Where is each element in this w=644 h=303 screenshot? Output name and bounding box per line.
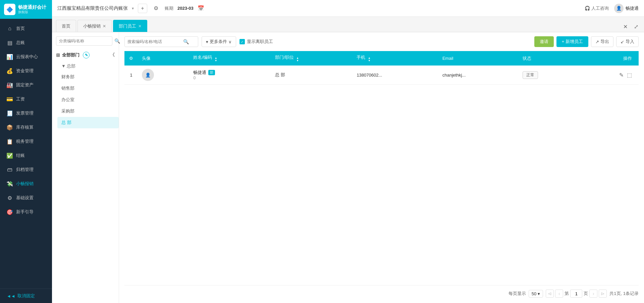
sidebar-item-guide[interactable]: 🎯 新手引导 [0,205,52,219]
close-panel-btn[interactable]: ✕ [621,23,629,31]
export-icon: ↗ [595,39,599,44]
tab-expense[interactable]: 小畅报销 ✕ [77,20,112,32]
import-button[interactable]: ↙ 导入 [616,36,639,47]
dept-sort-icon[interactable]: ▲▼ [296,57,299,62]
delete-employee-icon[interactable]: ⬚ [627,72,632,78]
filter-btn[interactable]: ▾ 更多条件 ∨ [202,36,236,47]
col-name-code[interactable]: 姓名/编码 ▲▼ [189,51,271,66]
avatar: 👤 [142,69,154,81]
dept-item-sales[interactable]: 销售部 [57,83,119,94]
reports-icon: 📊 [7,54,13,60]
first-page-btn[interactable]: ⊲ [546,290,554,298]
col-mobile[interactable]: 手机 ▲▼ [353,51,438,66]
name-sort-icon[interactable]: ▲▼ [215,57,217,62]
period-value[interactable]: 2023-03 [177,6,194,11]
settings-btn[interactable]: ⚙ [151,4,161,13]
employee-name: 畅捷通 [193,70,206,76]
sidebar-item-settle[interactable]: ✅ 结账 [0,148,52,163]
dept-badge: 部 [208,70,215,75]
logo-subtext: 旗舰版 [18,10,46,14]
next-page-btn[interactable]: › [589,290,597,298]
calendar-icon[interactable]: 📅 [198,5,204,11]
employee-search-icon[interactable]: 🔍 [183,39,189,44]
dept-purchase-label: 采购部 [61,109,74,114]
invite-button[interactable]: 邀请 [534,36,554,47]
dept-item-finance[interactable]: 财务部 [57,71,119,83]
last-page-btn[interactable]: ⊳ [599,290,607,298]
dept-item-office[interactable]: 办公室 [57,94,119,105]
company-dropdown-icon[interactable]: ▾ [132,6,134,11]
sidebar-item-label-settings: 基础设置 [16,195,34,201]
expand-panel-btn[interactable]: ⤢ [632,23,640,31]
dept-search-input[interactable] [56,36,112,46]
expense-icon: 💸 [7,181,13,187]
sidebar-item-settings[interactable]: ⚙ 基础设置 [0,191,52,205]
tab-expense-close[interactable]: ✕ [103,24,106,29]
sidebar-item-inventory[interactable]: 📦 库存核算 [0,120,52,134]
import-label: 导入 [626,39,634,45]
page-input[interactable] [570,290,582,298]
col-dept-pos[interactable]: 部门/职位 ▲▼ [271,51,353,66]
support-btn[interactable]: 🎧 人工咨询 [585,5,609,11]
export-button[interactable]: ↗ 导出 [591,36,613,47]
all-dept-item[interactable]: ⊞ 全部部门 ✎ 《 [52,49,119,61]
sidebar-item-home[interactable]: ⌂ 首页 [0,21,52,36]
assets-icon: 🏭 [7,82,13,88]
sidebar-item-label-assets: 固定资产 [16,82,34,88]
sidebar-item-label-expense: 小畅报销 [16,181,34,187]
sidebar-item-salary[interactable]: 💳 工资 [0,92,52,106]
page-input-wrap: 第 页 [565,290,588,298]
user-avatar: 👤 [614,4,624,13]
per-page-label: 每页显示 [508,291,526,297]
dept-item-general[interactable]: 总 部 [57,117,119,128]
dept-collapse-icon[interactable]: 《 [110,52,115,58]
dept-item-purchase[interactable]: 采购部 [57,105,119,117]
settle-icon: ✅ [7,153,13,159]
employee-code: 0 [193,76,267,80]
show-resigned-toggle[interactable]: ✓ 显示离职员工 [239,39,273,45]
sidebar-item-ledger[interactable]: ▤ 总账 [0,36,52,50]
table-row: 1 👤 畅捷通 部 0 [124,66,639,85]
sidebar-item-invoice[interactable]: 🧾 发票管理 [0,106,52,120]
tab-home[interactable]: 首页 [56,20,76,32]
sidebar-item-label-guide: 新手引导 [16,209,34,215]
company-name[interactable]: 江西服宝精品有限责任公司内账张 [57,5,128,11]
prev-page-btn[interactable]: ‹ [555,290,563,298]
row-avatar-cell: 👤 [138,66,189,85]
inventory-icon: 📦 [7,124,13,130]
row-email: chanjethkj... [438,66,519,85]
edit-dept-btn[interactable]: ✎ [83,52,90,58]
sidebar-item-archive[interactable]: 🗃 归档管理 [0,163,52,177]
page-suffix: 页 [584,291,588,297]
edit-employee-icon[interactable]: ✎ [619,72,624,78]
archive-icon: 🗃 [7,167,13,173]
tab-dept-close[interactable]: ✕ [138,24,142,29]
sidebar-item-tax[interactable]: 📋 税务管理 [0,134,52,148]
action-icons: ✎ ⬚ [583,72,632,78]
export-label: 导出 [600,39,609,45]
tab-dept-employee[interactable]: 部门员工 ✕ [113,20,147,32]
dept-sidebar: 🔍 ⊞ 全部部门 ✎ 《 ▼ 总部 财务部 销售部 办公室 [52,32,119,303]
headset-icon: 🎧 [585,6,590,11]
tab-expense-label: 小畅报销 [83,23,101,29]
funds-icon: 💰 [7,68,13,74]
row-name-cell: 畅捷通 部 0 [189,66,271,85]
col-status: 状态 [519,51,579,66]
per-page-select[interactable]: 50 ▾ [529,290,543,298]
user-area[interactable]: 👤 畅捷通 [614,4,639,13]
header-right: 🎧 人工咨询 👤 畅捷通 [585,4,639,13]
col-gear[interactable]: ⚙ [124,51,138,66]
mobile-sort-icon[interactable]: ▲▼ [368,57,371,62]
sidebar-item-assets[interactable]: 🏭 固定资产 [0,78,52,92]
add-tab-button[interactable]: + [138,4,147,13]
sidebar: 🔷 畅捷通好会计 旗舰版 ⌂ 首页 ▤ 总账 📊 云报表中心 💰 资金管理 🏭 … [0,0,52,303]
show-resigned-checkbox[interactable]: ✓ [239,39,245,44]
cancel-pin-btn[interactable]: ◄◄ 取消固定 [0,289,52,303]
sidebar-item-reports[interactable]: 📊 云报表中心 [0,50,52,64]
employee-search-input[interactable] [127,39,181,44]
col-avatar: 头像 [138,51,189,66]
col-email: Email [438,51,519,66]
add-employee-button[interactable]: + 新增员工 [556,36,588,47]
sidebar-item-funds[interactable]: 💰 资金管理 [0,64,52,78]
sidebar-item-expense[interactable]: 💸 小畅报销 [0,177,52,191]
